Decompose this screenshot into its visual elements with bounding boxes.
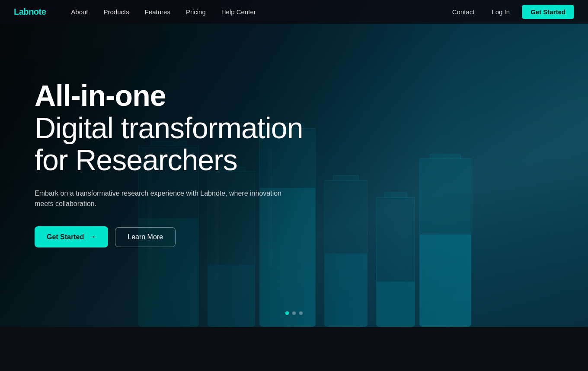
hero-title-line2: Digital transformation bbox=[35, 112, 303, 144]
nav-contact[interactable]: Contact bbox=[447, 6, 480, 18]
hero-buttons: Get Started Learn More bbox=[35, 226, 303, 247]
hero-title: All-in-one Digital transformation for Re… bbox=[35, 79, 303, 176]
hero-learn-more-button[interactable]: Learn More bbox=[115, 227, 176, 247]
carousel-dot-1[interactable] bbox=[285, 311, 289, 315]
nav-right: Contact Log In Get Started bbox=[447, 5, 574, 19]
nav-features[interactable]: Features bbox=[137, 0, 178, 24]
nav-about[interactable]: About bbox=[63, 0, 96, 24]
hero-content: All-in-one Digital transformation for Re… bbox=[0, 79, 303, 247]
hero-get-started-button[interactable]: Get Started bbox=[35, 226, 108, 247]
logo-text: Labnote bbox=[14, 7, 46, 16]
carousel-dot-3[interactable] bbox=[299, 311, 303, 315]
nav-login[interactable]: Log In bbox=[486, 6, 515, 18]
hero-title-line3: for Researchers bbox=[35, 144, 303, 176]
nav-help-center[interactable]: Help Center bbox=[214, 0, 264, 24]
hero-subtitle: Embark on a transformative research expe… bbox=[35, 188, 285, 209]
nav-pricing[interactable]: Pricing bbox=[178, 0, 214, 24]
hero-title-line1: All-in-one bbox=[35, 79, 303, 112]
nav-get-started-button[interactable]: Get Started bbox=[522, 5, 574, 19]
carousel-indicators bbox=[285, 311, 303, 315]
nav-links: About Products Features Pricing Help Cen… bbox=[63, 0, 447, 24]
logo[interactable]: Labnote bbox=[14, 7, 46, 17]
nav-products[interactable]: Products bbox=[96, 0, 137, 24]
below-hero-section bbox=[0, 327, 588, 371]
carousel-dot-2[interactable] bbox=[292, 311, 296, 315]
arrow-right-icon bbox=[88, 232, 96, 241]
hero-section: All-in-one Digital transformation for Re… bbox=[0, 0, 588, 327]
navbar: Labnote About Products Features Pricing … bbox=[0, 0, 588, 24]
